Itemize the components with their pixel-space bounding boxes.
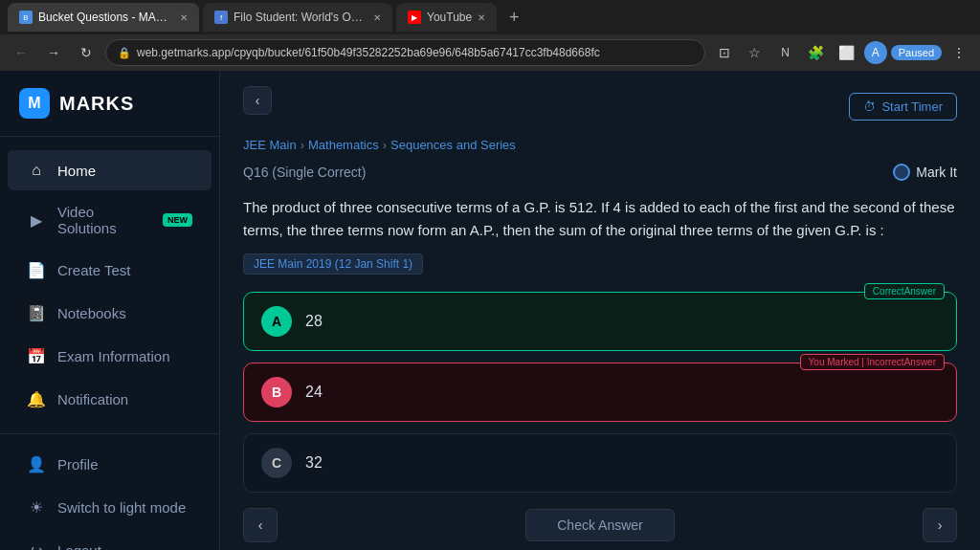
correct-answer-badge: CorrectAnswer (864, 283, 945, 299)
lock-icon: 🔒 (118, 47, 131, 59)
tab-close-filo[interactable]: ✕ (373, 12, 381, 23)
forward-button[interactable]: → (40, 39, 67, 66)
tab-favicon-bucket: B (19, 11, 33, 24)
tab-bucket-questions[interactable]: B Bucket Questions - MARKS App ✕ (8, 3, 199, 32)
nav-bar: ← → ↻ 🔒 web.getmarks.app/cpyqb/bucket/61… (0, 34, 980, 71)
content-inner: ‹ ⏱ Start Timer JEE Main › Mathematics ›… (220, 71, 980, 550)
menu-button[interactable]: ⋮ (946, 39, 972, 66)
tab-close-bucket[interactable]: ✕ (180, 12, 188, 23)
sidebar-item-label-notebooks: Notebooks (57, 305, 126, 321)
question-type: Q16 (Single Correct) (243, 165, 366, 180)
question-tag[interactable]: JEE Main 2019 (12 Jan Shift 1) (243, 253, 423, 275)
option-a-letter: A (261, 306, 292, 337)
start-timer-label: Start Timer (881, 99, 943, 114)
breadcrumb-mathematics[interactable]: Mathematics (308, 138, 379, 152)
sidebar-item-video-solutions[interactable]: ▶ Video Solutions NEW (8, 192, 212, 248)
tab-label-bucket: Bucket Questions - MARKS App (38, 11, 174, 24)
option-b-letter: B (261, 377, 292, 407)
mark-it-button[interactable]: Mark It (893, 164, 957, 181)
sidebar-item-label-create-test: Create Test (57, 262, 130, 278)
address-text: web.getmarks.app/cpyqb/bucket/61f50b49f3… (137, 46, 600, 59)
sidebar-item-notification[interactable]: 🔔 Notification (8, 379, 212, 420)
nav-buttons: ‹ Check Answer › (243, 508, 957, 542)
puzzle-button[interactable]: 🧩 (803, 39, 830, 66)
option-a-value: 28 (305, 313, 323, 330)
sidebar-item-label-light-mode: Switch to light mode (57, 499, 186, 516)
browser-chrome: B Bucket Questions - MARKS App ✕ f Filo … (0, 0, 980, 71)
reload-button[interactable]: ↻ (73, 39, 100, 66)
window-button[interactable]: ⬜ (834, 39, 860, 66)
sidebar-nav: ⌂ Home ▶ Video Solutions NEW 📄 Create Te… (0, 137, 219, 433)
mark-circle-icon (893, 164, 910, 181)
sidebar-item-label-video: Video Solutions (57, 204, 147, 236)
bookmark-button[interactable]: ☆ (742, 39, 768, 66)
tab-label-filo: Filo Student: World's Only Live h (234, 11, 368, 24)
main-content: ‹ ⏱ Start Timer JEE Main › Mathematics ›… (220, 71, 980, 550)
mark-it-label: Mark It (916, 165, 957, 180)
sidebar-item-label-home: Home (57, 163, 96, 179)
profile-avatar[interactable]: A (864, 41, 887, 64)
extension-button[interactable]: N (772, 39, 799, 66)
new-badge: NEW (163, 213, 192, 227)
sidebar-item-label-logout: Logout (57, 542, 101, 550)
question-text: The product of three consecutive terms o… (243, 196, 957, 242)
create-test-icon: 📄 (27, 261, 46, 279)
sidebar-bottom: 👤 Profile ☀ Switch to light mode ↪ Logou… (0, 433, 219, 550)
tab-youtube[interactable]: ▶ YouTube ✕ (396, 3, 497, 32)
new-tab-button[interactable]: + (501, 4, 527, 31)
start-timer-button[interactable]: ⏱ Start Timer (849, 93, 957, 121)
tab-filo[interactable]: f Filo Student: World's Only Live h ✕ (203, 3, 392, 32)
check-answer-button[interactable]: Check Answer (525, 509, 674, 541)
notebooks-icon: 📓 (27, 304, 46, 322)
breadcrumb-jee-main[interactable]: JEE Main (243, 138, 297, 152)
breadcrumb: JEE Main › Mathematics › Sequences and S… (243, 138, 957, 152)
nav-actions: ⊡ ☆ N 🧩 ⬜ A Paused ⋮ (711, 39, 972, 66)
sidebar-item-label-notification: Notification (57, 391, 128, 407)
option-b[interactable]: You Marked | IncorrectAnswer B 24 (243, 363, 957, 422)
next-question-button[interactable]: › (923, 508, 957, 542)
breadcrumb-sequences[interactable]: Sequences and Series (390, 138, 516, 152)
light-mode-icon: ☀ (27, 498, 46, 517)
tab-favicon-youtube: ▶ (408, 11, 421, 24)
breadcrumb-sep-2: › (383, 138, 387, 152)
incorrect-answer-badge: You Marked | IncorrectAnswer (800, 354, 945, 370)
address-bar[interactable]: 🔒 web.getmarks.app/cpyqb/bucket/61f50b49… (105, 39, 705, 66)
tab-close-youtube[interactable]: ✕ (478, 12, 485, 23)
sidebar-item-label-profile: Profile (57, 456, 99, 473)
sidebar-item-logout[interactable]: ↪ Logout (8, 530, 212, 550)
sidebar-logo: M MARKS (0, 71, 219, 137)
exam-icon: 📅 (27, 347, 46, 365)
option-c-value: 32 (305, 454, 323, 472)
notification-icon: 🔔 (27, 390, 46, 408)
option-c[interactable]: C 32 (243, 433, 957, 493)
breadcrumb-sep-1: › (301, 138, 304, 152)
home-icon: ⌂ (27, 162, 46, 179)
back-button-content[interactable]: ‹ (243, 86, 272, 115)
tab-label-youtube: YouTube (427, 11, 472, 24)
logo-icon: M (19, 88, 50, 119)
option-b-value: 24 (305, 384, 323, 401)
sidebar-item-exam-information[interactable]: 📅 Exam Information (8, 336, 212, 377)
option-c-letter: C (261, 448, 292, 478)
profile-icon: 👤 (27, 455, 46, 473)
tab-favicon-filo: f (214, 11, 228, 24)
option-a[interactable]: CorrectAnswer A 28 (243, 292, 957, 351)
sidebar: M MARKS ⌂ Home ▶ Video Solutions NEW 📄 C… (0, 71, 220, 550)
question-header: Q16 (Single Correct) Mark It (243, 164, 957, 181)
tab-bar: B Bucket Questions - MARKS App ✕ f Filo … (0, 0, 980, 34)
timer-icon: ⏱ (863, 99, 876, 114)
logo-text: MARKS (59, 93, 134, 115)
sidebar-item-home[interactable]: ⌂ Home (8, 150, 212, 190)
logout-icon: ↪ (27, 541, 46, 550)
back-button[interactable]: ← (8, 39, 34, 66)
sidebar-item-label-exam: Exam Information (57, 348, 170, 364)
sidebar-item-light-mode[interactable]: ☀ Switch to light mode (8, 487, 212, 528)
prev-question-button[interactable]: ‹ (243, 508, 278, 542)
cast-button[interactable]: ⊡ (711, 39, 738, 66)
app-container: M MARKS ⌂ Home ▶ Video Solutions NEW 📄 C… (0, 71, 980, 550)
sidebar-item-profile[interactable]: 👤 Profile (8, 444, 212, 485)
options-container: CorrectAnswer A 28 You Marked | Incorrec… (243, 292, 957, 493)
paused-badge[interactable]: Paused (891, 45, 942, 60)
sidebar-item-notebooks[interactable]: 📓 Notebooks (8, 293, 212, 334)
sidebar-item-create-test[interactable]: 📄 Create Test (8, 250, 212, 291)
